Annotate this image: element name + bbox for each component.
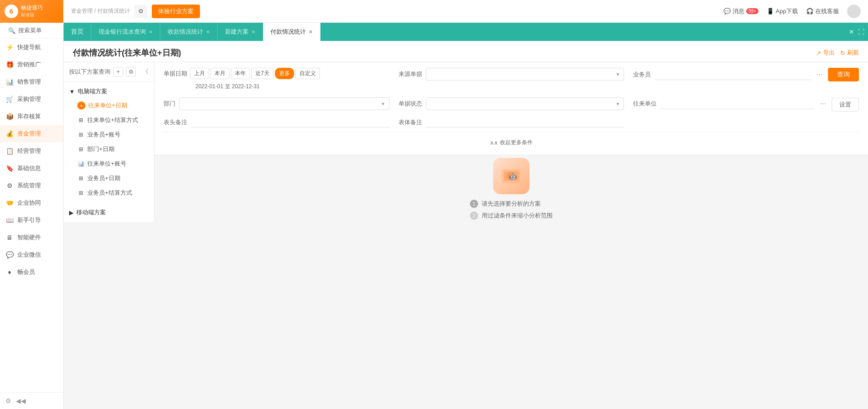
tab-bank-flow-close[interactable]: ✕ — [149, 29, 153, 35]
nav-icon-marketing: 🎁 — [5, 61, 14, 68]
nav-label-quick-nav: 快捷导航 — [17, 43, 41, 51]
trial-btn[interactable]: 体验行业方案 — [152, 5, 200, 18]
close-all-tabs-btn[interactable]: ✕ — [849, 28, 854, 35]
date-btn-this-month[interactable]: 本月 — [210, 68, 229, 79]
sidebar-item-quick-nav[interactable]: ⚡快捷导航 — [0, 39, 63, 56]
online-service-label: 在线客服 — [815, 7, 839, 15]
partner-input[interactable] — [660, 99, 814, 109]
refresh-icon: ↻ — [840, 50, 845, 56]
sidebar-item-wechat[interactable]: 💬企业微信 — [0, 246, 63, 263]
sidebar: 6 畅捷通巧 标准版 🔍 搜索菜单 ⚡快捷导航🎁营销推广📊销售管理🛒采购管理📦库… — [0, 0, 64, 409]
app-download-btn[interactable]: 📱 App下载 — [767, 7, 798, 15]
sidebar-item-fund[interactable]: 💰资金管理 — [0, 125, 63, 142]
page-header: 付款情况统计(往来单位+日期) ↗ 导出 ↻ 刷新 — [64, 41, 868, 62]
content-area: 付款情况统计(往来单位+日期) ↗ 导出 ↻ 刷新 按以下方案查询 + ⚙ — [64, 41, 868, 409]
mobile-icon: 📱 — [767, 8, 774, 15]
scheme-item-staff-date[interactable]: ⊞ 业务员+日期 — [64, 171, 154, 186]
date-filter: 单据日期 上月 本月 本年 近7天 更多 自定义 2022-01-01 至 20… — [164, 68, 389, 91]
nav-label-coop: 企业协同 — [17, 199, 41, 207]
sidebar-item-operations[interactable]: 📋经营管理 — [0, 142, 63, 160]
add-scheme-btn[interactable]: + — [113, 67, 123, 77]
search-menu[interactable]: 🔍 搜索菜单 — [0, 23, 63, 39]
collapse-sidebar-icon[interactable]: ◀◀ — [16, 397, 26, 404]
query-btn[interactable]: 查询 — [828, 68, 859, 81]
refresh-btn[interactable]: ↻ 刷新 — [840, 49, 859, 57]
body-note-input[interactable] — [426, 117, 624, 127]
collapse-conditions-btn[interactable]: ∧∧ 收起更多条件 — [164, 136, 859, 149]
scheme-item-staff-settle[interactable]: ⊞ 业务员+结算方式 — [64, 186, 154, 200]
partner-dots-btn[interactable]: ··· — [818, 100, 828, 108]
scheme-label-staff-account: 业务员+账号 — [87, 131, 120, 139]
date-btn-this-year[interactable]: 本年 — [231, 68, 250, 79]
sidebar-item-basic[interactable]: 🔖基础信息 — [0, 160, 63, 177]
breadcrumb: 资金管理 / 付款情况统计 — [71, 7, 130, 15]
tab-bank-flow-label: 现金银行流水查询 — [99, 28, 146, 36]
doc-status-select[interactable]: ▼ — [426, 97, 624, 110]
export-btn[interactable]: ↗ 导出 — [816, 49, 835, 57]
doc-status-filter: 单据状态 ▼ — [399, 97, 624, 110]
scheme-label-staff-date: 业务员+日期 — [87, 174, 120, 182]
sidebar-item-coop[interactable]: 🤝企业协同 — [0, 194, 63, 212]
service-icon: 🎧 — [806, 8, 813, 15]
nav-label-system: 系统管理 — [17, 182, 41, 190]
tab-new-scheme-close[interactable]: ✕ — [251, 29, 255, 35]
sidebar-item-guide[interactable]: 📖新手引导 — [0, 212, 63, 229]
tab-bank-flow[interactable]: 现金银行流水查询 ✕ — [91, 23, 160, 41]
desktop-group-header[interactable]: ▼ 电脑端方案 — [64, 85, 154, 98]
dept-select[interactable]: ▼ — [179, 97, 389, 110]
sidebar-item-member[interactable]: ♦畅会员 — [0, 263, 63, 281]
sidebar-item-purchase[interactable]: 🛒采购管理 — [0, 91, 63, 108]
expand-tabs-btn[interactable]: ⛶ — [858, 28, 864, 35]
date-btn-custom[interactable]: 自定义 — [295, 68, 320, 79]
tab-new-scheme[interactable]: 新建方案 ✕ — [218, 23, 263, 41]
tabs-bar: 首页 现金银行流水查询 ✕ 收款情况统计 ✕ 新建方案 ✕ 付款情况统计 ✕ ✕… — [64, 23, 868, 41]
source-filter-label: 来源单据 — [399, 70, 422, 78]
right-content: 单据日期 上月 本月 本年 近7天 更多 自定义 2022-01-01 至 20… — [155, 62, 868, 222]
refresh-label: 刷新 — [847, 49, 859, 57]
message-btn[interactable]: 💬 消息 99+ — [723, 7, 758, 15]
tab-receive-stats[interactable]: 收款情况统计 ✕ — [160, 23, 218, 41]
scheme-item-partner-account[interactable]: 📊 往来单位+账号 — [64, 157, 154, 171]
scheme-item-staff-account[interactable]: ⊞ 业务员+账号 — [64, 127, 154, 142]
source-select[interactable]: ▼ — [426, 68, 624, 81]
tab-new-scheme-label: 新建方案 — [225, 28, 249, 36]
nav-label-fund: 资金管理 — [17, 130, 41, 138]
mobile-group-header[interactable]: ▶ 移动端方案 — [64, 206, 154, 219]
scheme-item-dept-date[interactable]: ⊞ 部门+日期 — [64, 142, 154, 157]
sidebar-item-marketing[interactable]: 🎁营销推广 — [0, 56, 63, 73]
staff-dots-btn[interactable]: ··· — [815, 71, 824, 79]
topbar-right: 💬 消息 99+ 📱 App下载 🎧 在线客服 — [723, 5, 861, 18]
staff-input[interactable] — [654, 70, 811, 80]
tab-receive-stats-label: 收款情况统计 — [168, 28, 203, 36]
date-btn-more[interactable]: 更多 — [275, 68, 294, 79]
dept-filter-label: 部门 — [164, 100, 175, 108]
empty-state: 🤖 1 请先选择要分析的方案 2 用过滤条件来缩小分析范围 — [155, 155, 868, 222]
sidebar-item-system[interactable]: ⚙系统管理 — [0, 177, 63, 194]
sidebar-item-hardware[interactable]: 🖥智能硬件 — [0, 229, 63, 246]
date-btn-7days[interactable]: 近7天 — [251, 68, 274, 79]
tab-pay-stats[interactable]: 付款情况统计 ✕ — [263, 23, 320, 41]
tab-receive-stats-close[interactable]: ✕ — [206, 29, 210, 35]
date-btn-last-month[interactable]: 上月 — [190, 68, 209, 79]
tab-home[interactable]: 首页 — [64, 23, 91, 41]
header-note-filter: 表头备注 — [164, 117, 389, 127]
sidebar-item-inventory[interactable]: 📦库存核算 — [0, 108, 63, 125]
scheme-settings-btn[interactable]: ⚙ — [126, 67, 136, 77]
sidebar-item-sales[interactable]: 📊销售管理 — [0, 73, 63, 91]
user-avatar[interactable] — [847, 5, 861, 18]
collapse-panel-btn[interactable]: 《 — [142, 68, 149, 76]
scheme-item-partner-date[interactable]: ● 往来单位+日期 — [64, 98, 154, 113]
scheme-item-partner-settle[interactable]: ⊞ 往来单位+结算方式 — [64, 113, 154, 127]
topbar-settings-btn[interactable]: ⚙ — [135, 5, 147, 18]
tab-pay-stats-close[interactable]: ✕ — [309, 29, 313, 35]
scheme-label-partner-settle: 往来单位+结算方式 — [87, 116, 138, 124]
nav-label-basic: 基础信息 — [17, 164, 41, 172]
online-service-btn[interactable]: 🎧 在线客服 — [806, 7, 839, 15]
nav-icon-member: ♦ — [5, 268, 14, 276]
page-actions: ↗ 导出 ↻ 刷新 — [816, 49, 859, 57]
mobile-scheme-group: ▶ 移动端方案 — [64, 203, 154, 222]
settings-btn[interactable]: 设置 — [832, 98, 859, 111]
nav-icon-guide: 📖 — [5, 217, 14, 224]
header-note-input[interactable] — [191, 117, 389, 127]
settings-icon[interactable]: ⚙ — [5, 397, 11, 404]
